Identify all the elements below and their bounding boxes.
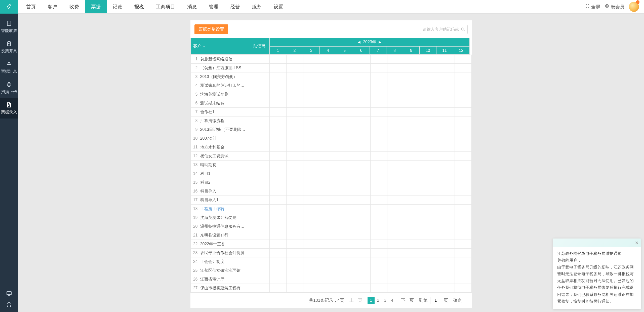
row-month-cell[interactable] (387, 161, 404, 169)
row-month-cell[interactable] (371, 231, 387, 240)
row-month-cell[interactable] (337, 99, 354, 108)
row-month-cell[interactable] (286, 99, 303, 108)
monitor-icon[interactable] (6, 290, 12, 297)
table-row[interactable]: 13辅助期初 (191, 161, 472, 169)
table-row[interactable]: 20温州畅捷通信息服务有限公司 (191, 222, 472, 231)
nav-item-6[interactable]: 工商项目 (150, 0, 181, 13)
table-row[interactable]: 19沈海英测试经营勿删 (191, 213, 472, 222)
row-month-cell[interactable] (354, 64, 371, 72)
row-month-cell[interactable] (337, 196, 354, 205)
row-month-cell[interactable] (286, 116, 303, 125)
row-month-cell[interactable] (320, 99, 337, 108)
row-month-cell[interactable] (371, 134, 387, 143)
year-next-button[interactable]: ▶ (377, 40, 383, 44)
pager-prev-button[interactable]: 上一页 (347, 296, 365, 304)
row-month-cell[interactable] (303, 152, 320, 161)
row-month-cell[interactable] (371, 240, 387, 249)
table-row[interactable]: 24工会会计制度 (191, 257, 472, 266)
row-month-cell[interactable] (286, 64, 303, 72)
row-month-cell[interactable] (337, 275, 354, 284)
bill-type-setting-button[interactable]: 票据类别设置 (194, 24, 228, 34)
row-month-cell[interactable] (303, 284, 320, 293)
row-month-cell[interactable] (371, 116, 387, 125)
row-month-cell[interactable] (303, 266, 320, 275)
row-month-cell[interactable] (371, 196, 387, 205)
nav-item-2[interactable]: 收费 (63, 0, 85, 13)
row-month-cell[interactable] (421, 240, 438, 249)
row-month-cell[interactable] (438, 108, 455, 116)
row-month-cell[interactable] (371, 249, 387, 257)
row-month-cell[interactable] (455, 284, 471, 293)
row-month-cell[interactable] (421, 169, 438, 178)
row-month-cell[interactable] (438, 81, 455, 90)
row-month-cell[interactable] (270, 275, 287, 284)
row-month-cell[interactable] (421, 116, 438, 125)
row-month-cell[interactable] (387, 143, 404, 152)
row-month-cell[interactable] (387, 99, 404, 108)
row-month-cell[interactable] (387, 169, 404, 178)
row-month-cell[interactable] (354, 143, 371, 152)
row-month-cell[interactable] (387, 196, 404, 205)
row-month-cell[interactable] (404, 249, 421, 257)
row-month-cell[interactable] (320, 187, 337, 196)
row-month-cell[interactable] (371, 72, 387, 81)
row-month-cell[interactable] (320, 178, 337, 187)
row-month-cell[interactable] (337, 152, 354, 161)
row-month-cell[interactable] (320, 196, 337, 205)
year-prev-button[interactable]: ◀ (356, 40, 362, 44)
row-month-cell[interactable] (438, 187, 455, 196)
row-month-cell[interactable] (320, 169, 337, 178)
pager-page-1[interactable]: 1 (368, 297, 375, 304)
row-month-cell[interactable] (320, 81, 337, 90)
row-month-cell[interactable] (387, 72, 404, 81)
row-month-cell[interactable] (270, 72, 287, 81)
row-month-cell[interactable] (438, 55, 455, 64)
row-month-cell[interactable] (421, 161, 438, 169)
row-month-cell[interactable] (270, 152, 287, 161)
row-month-cell[interactable] (286, 90, 303, 99)
row-month-cell[interactable] (438, 152, 455, 161)
row-month-cell[interactable] (354, 284, 371, 293)
row-month-cell[interactable] (354, 125, 371, 134)
table-row[interactable]: 5沈海英测试勿删 (191, 90, 472, 99)
row-month-cell[interactable] (387, 81, 404, 90)
row-month-cell[interactable] (286, 213, 303, 222)
sidebar-item-1[interactable]: 发票开具 (0, 37, 18, 57)
row-month-cell[interactable] (286, 231, 303, 240)
row-month-cell[interactable] (455, 169, 471, 178)
row-month-cell[interactable] (387, 55, 404, 64)
row-month-cell[interactable] (286, 81, 303, 90)
table-row[interactable]: 222022年十三香 (191, 240, 472, 249)
row-month-cell[interactable] (303, 249, 320, 257)
table-row[interactable]: 14科目1 (191, 169, 472, 178)
row-month-cell[interactable] (404, 275, 421, 284)
row-month-cell[interactable] (371, 143, 387, 152)
row-month-cell[interactable] (455, 55, 471, 64)
table-row[interactable]: 92013日记账（不要删除哈，谢... (191, 125, 472, 134)
row-month-cell[interactable] (286, 152, 303, 161)
row-month-cell[interactable] (337, 64, 354, 72)
row-month-cell[interactable] (303, 125, 320, 134)
row-month-cell[interactable] (404, 257, 421, 266)
search-icon[interactable] (461, 27, 466, 33)
row-month-cell[interactable] (337, 134, 354, 143)
row-month-cell[interactable] (404, 178, 421, 187)
table-row[interactable]: 18工程施工结转 (191, 205, 472, 213)
row-month-cell[interactable] (354, 275, 371, 284)
row-month-cell[interactable] (320, 55, 337, 64)
row-month-cell[interactable] (270, 143, 287, 152)
row-month-cell[interactable] (337, 284, 354, 293)
row-month-cell[interactable] (320, 257, 337, 266)
row-month-cell[interactable] (371, 64, 387, 72)
row-month-cell[interactable] (270, 116, 287, 125)
row-month-cell[interactable] (303, 81, 320, 90)
nav-item-1[interactable]: 客户 (42, 0, 63, 13)
row-month-cell[interactable] (286, 72, 303, 81)
sidebar-item-0[interactable]: 智能取票 (0, 17, 18, 37)
row-month-cell[interactable] (337, 187, 354, 196)
row-month-cell[interactable] (303, 187, 320, 196)
row-month-cell[interactable] (421, 249, 438, 257)
row-month-cell[interactable] (270, 99, 287, 108)
row-month-cell[interactable] (286, 196, 303, 205)
row-month-cell[interactable] (404, 205, 421, 213)
